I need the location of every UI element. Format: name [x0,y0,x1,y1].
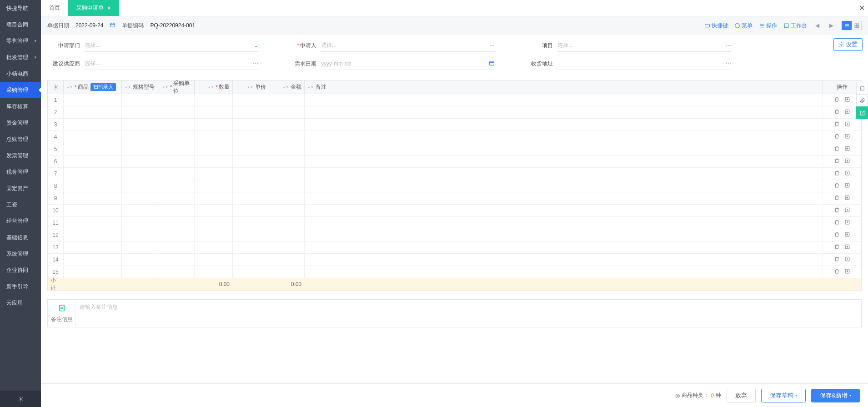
sidebar-item-10[interactable]: 税务管理 [0,164,41,180]
cell-spec[interactable] [122,156,159,167]
cell-product[interactable] [64,241,122,253]
tab-1[interactable]: 采购申请单✕ [68,0,119,16]
cell-spec[interactable] [122,266,159,278]
cell-unit[interactable] [159,180,195,192]
tool-workbench[interactable]: 工作台 [783,22,807,30]
save-draft-button[interactable]: 保存草稿▾ [761,389,806,402]
col-amount[interactable]: ▲▼金额 [269,80,305,94]
cell-remark[interactable] [305,205,823,216]
cell-unit[interactable] [159,94,195,106]
delete-row-icon[interactable] [834,219,840,226]
table-settings-icon[interactable] [48,80,64,94]
cell-price[interactable] [233,180,269,192]
col-product[interactable]: ▲▼ *商品 扫码录入 [64,80,122,94]
add-row-icon[interactable] [844,256,850,263]
cell-amount[interactable] [269,266,305,278]
table-row[interactable]: 8 [48,180,861,192]
add-row-icon[interactable] [844,109,850,116]
cell-unit[interactable] [159,143,195,155]
addr-select[interactable]: ⋯ [557,57,731,70]
delete-row-icon[interactable] [834,268,840,276]
cell-unit[interactable] [159,241,195,253]
needdate-input[interactable]: yyyy-mm-dd [321,57,495,70]
cell-remark[interactable] [305,94,823,106]
add-row-icon[interactable] [844,146,850,153]
cell-unit[interactable] [159,106,195,118]
sidebar-settings-gear-icon[interactable] [0,391,41,407]
sidebar-item-12[interactable]: 工资 [0,196,41,213]
table-row[interactable]: 6 [48,156,861,168]
add-row-icon[interactable] [844,219,850,226]
delete-row-icon[interactable] [834,133,840,141]
cell-spec[interactable] [122,143,159,155]
sidebar-item-11[interactable]: 固定资产 [0,180,41,196]
cell-product[interactable] [64,205,122,216]
cell-price[interactable] [233,131,269,143]
cell-product[interactable] [64,168,122,180]
cell-remark[interactable] [305,217,823,229]
cell-price[interactable] [233,217,269,229]
table-row[interactable]: 13 [48,241,861,254]
cell-qty[interactable] [195,205,233,216]
cell-amount[interactable] [269,241,305,253]
col-price[interactable]: ▲▼单价 [233,80,269,94]
cell-unit[interactable] [159,254,195,266]
sidebar-item-15[interactable]: 系统管理 [0,246,41,262]
sidebar-item-9[interactable]: 发票管理 [0,147,41,164]
sidebar-item-6[interactable]: 库存核算 [0,98,41,115]
col-remark[interactable]: ▲▼备注 [305,80,823,94]
calendar-icon[interactable] [110,22,115,29]
sidebar-item-0[interactable]: 快捷导航 [0,0,41,16]
cell-qty[interactable] [195,229,233,241]
next-doc-icon[interactable]: ▶ [828,22,835,29]
table-row[interactable]: 5 [48,143,861,156]
cell-remark[interactable] [305,143,823,155]
sidebar-item-7[interactable]: 资金管理 [0,115,41,131]
cell-product[interactable] [64,217,122,229]
cell-spec[interactable] [122,254,159,266]
cell-product[interactable] [64,143,122,155]
col-unit[interactable]: ▲▼*采购单位 [159,80,195,94]
cell-price[interactable] [233,156,269,167]
sidebar-item-4[interactable]: 小畅电商 [0,65,41,82]
add-row-icon[interactable] [844,244,850,251]
cell-qty[interactable] [195,254,233,266]
delete-row-icon[interactable] [834,170,840,177]
abandon-button[interactable]: 放弃 [727,389,756,402]
cell-unit[interactable] [159,156,195,167]
table-row[interactable]: 1 [48,94,861,106]
cell-amount[interactable] [269,229,305,241]
cell-qty[interactable] [195,266,233,278]
side-tool-share-icon[interactable] [856,106,868,119]
cell-remark[interactable] [305,254,823,266]
delete-row-icon[interactable] [834,182,840,190]
tool-shortcut[interactable]: 快捷键 [704,22,728,30]
cell-unit[interactable] [159,168,195,180]
cell-unit[interactable] [159,131,195,143]
cell-price[interactable] [233,241,269,253]
sidebar-item-16[interactable]: 企业协同 [0,262,41,278]
cell-product[interactable] [64,131,122,143]
cell-product[interactable] [64,192,122,204]
cell-remark[interactable] [305,131,823,143]
cell-price[interactable] [233,205,269,216]
cell-unit[interactable] [159,119,195,131]
cell-price[interactable] [233,119,269,131]
delete-row-icon[interactable] [834,207,840,214]
table-row[interactable]: 10 [48,205,861,217]
add-row-icon[interactable] [844,121,850,128]
cell-amount[interactable] [269,254,305,266]
cell-unit[interactable] [159,266,195,278]
cell-price[interactable] [233,168,269,180]
delete-row-icon[interactable] [834,256,840,263]
applicant-select[interactable]: 选择... ⋯ [321,39,495,52]
cell-product[interactable] [64,229,122,241]
cell-remark[interactable] [305,229,823,241]
cell-amount[interactable] [269,143,305,155]
cell-unit[interactable] [159,205,195,216]
col-spec[interactable]: ▲▼规格型号 [122,80,159,94]
cell-price[interactable] [233,229,269,241]
cell-qty[interactable] [195,180,233,192]
sidebar-item-14[interactable]: 基础信息 [0,229,41,246]
add-row-icon[interactable] [844,182,850,190]
